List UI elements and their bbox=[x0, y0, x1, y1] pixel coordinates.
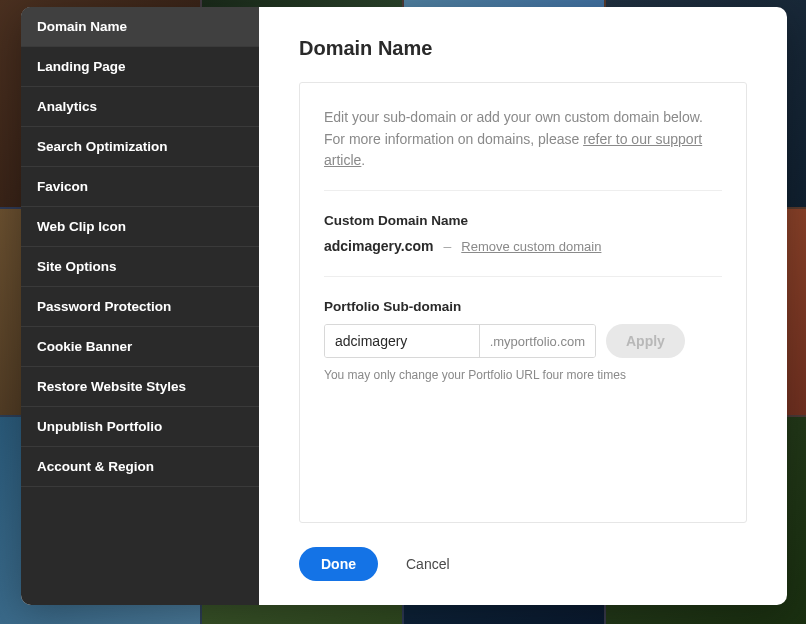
sidebar-item-landing-page[interactable]: Landing Page bbox=[21, 47, 259, 87]
custom-domain-row: adcimagery.com – Remove custom domain bbox=[324, 238, 722, 277]
apply-button[interactable]: Apply bbox=[606, 324, 685, 358]
modal-footer: Done Cancel bbox=[299, 523, 747, 581]
sidebar-item-site-options[interactable]: Site Options bbox=[21, 247, 259, 287]
content-pane: Domain Name Edit your sub-domain or add … bbox=[259, 7, 787, 605]
subdomain-section: Portfolio Sub-domain .myportfolio.com Ap… bbox=[324, 277, 722, 382]
sidebar-item-label: Search Optimization bbox=[37, 139, 168, 154]
sidebar-item-label: Unpublish Portfolio bbox=[37, 419, 162, 434]
subdomain-hint: You may only change your Portfolio URL f… bbox=[324, 368, 722, 382]
sidebar-item-restore-website-styles[interactable]: Restore Website Styles bbox=[21, 367, 259, 407]
settings-panel: Edit your sub-domain or add your own cus… bbox=[299, 82, 747, 523]
sidebar-item-label: Favicon bbox=[37, 179, 88, 194]
sidebar-item-label: Restore Website Styles bbox=[37, 379, 186, 394]
sidebar-item-cookie-banner[interactable]: Cookie Banner bbox=[21, 327, 259, 367]
sidebar-item-label: Analytics bbox=[37, 99, 97, 114]
subdomain-input-group: .myportfolio.com bbox=[324, 324, 596, 358]
sidebar-item-label: Password Protection bbox=[37, 299, 171, 314]
sidebar-item-label: Account & Region bbox=[37, 459, 154, 474]
sidebar-item-domain-name[interactable]: Domain Name bbox=[21, 7, 259, 47]
done-button[interactable]: Done bbox=[299, 547, 378, 581]
sidebar-item-label: Web Clip Icon bbox=[37, 219, 126, 234]
sidebar-item-label: Cookie Banner bbox=[37, 339, 132, 354]
custom-domain-label: Custom Domain Name bbox=[324, 213, 722, 228]
sidebar-item-account-region[interactable]: Account & Region bbox=[21, 447, 259, 487]
sidebar-item-analytics[interactable]: Analytics bbox=[21, 87, 259, 127]
settings-modal: Domain Name Landing Page Analytics Searc… bbox=[21, 7, 787, 605]
subdomain-input[interactable] bbox=[325, 325, 479, 357]
cancel-button[interactable]: Cancel bbox=[406, 556, 450, 572]
sidebar-item-label: Domain Name bbox=[37, 19, 127, 34]
sidebar-item-unpublish-portfolio[interactable]: Unpublish Portfolio bbox=[21, 407, 259, 447]
subdomain-suffix: .myportfolio.com bbox=[479, 325, 595, 357]
sidebar-item-password-protection[interactable]: Password Protection bbox=[21, 287, 259, 327]
sidebar-item-search-optimization[interactable]: Search Optimization bbox=[21, 127, 259, 167]
subdomain-label: Portfolio Sub-domain bbox=[324, 299, 722, 314]
remove-custom-domain-link[interactable]: Remove custom domain bbox=[461, 239, 601, 254]
custom-domain-section: Custom Domain Name adcimagery.com – Remo… bbox=[324, 191, 722, 277]
sidebar-item-label: Landing Page bbox=[37, 59, 126, 74]
sidebar-item-label: Site Options bbox=[37, 259, 117, 274]
separator-dash: – bbox=[443, 238, 451, 254]
subdomain-row: .myportfolio.com Apply bbox=[324, 324, 722, 358]
sidebar-item-favicon[interactable]: Favicon bbox=[21, 167, 259, 207]
settings-sidebar: Domain Name Landing Page Analytics Searc… bbox=[21, 7, 259, 605]
page-title: Domain Name bbox=[299, 37, 747, 60]
sidebar-item-web-clip-icon[interactable]: Web Clip Icon bbox=[21, 207, 259, 247]
intro-suffix: . bbox=[361, 152, 365, 168]
custom-domain-value: adcimagery.com bbox=[324, 238, 433, 254]
intro-text: Edit your sub-domain or add your own cus… bbox=[324, 107, 722, 191]
